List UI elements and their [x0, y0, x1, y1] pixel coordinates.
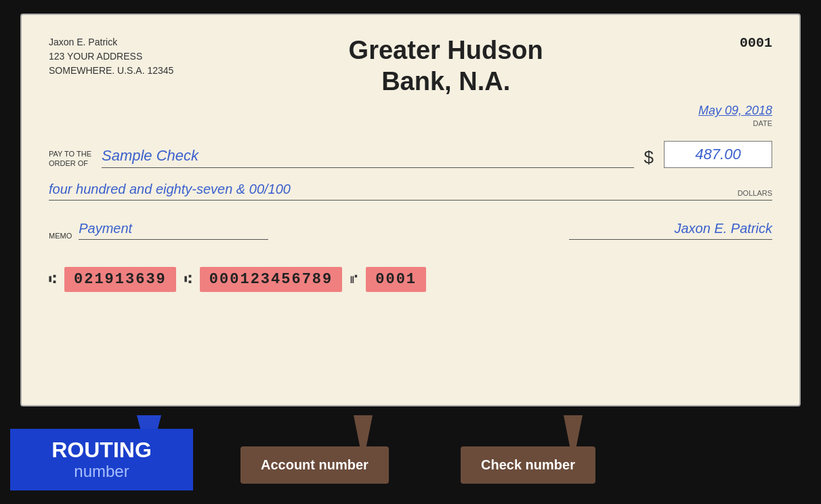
account-number-label: Account number — [240, 446, 389, 484]
written-amount-row: four hundred and eighty-seven & 00/100 D… — [49, 182, 772, 201]
written-amount: four hundred and eighty-seven & 00/100 — [49, 182, 291, 197]
memo-sig-row: MEMO Payment Jaxon E. Patrick — [49, 221, 772, 240]
pay-row: PAY TO THEORDER OF Sample Check $ 487.00 — [49, 141, 772, 168]
memo-label: MEMO — [49, 232, 72, 240]
date-row: May 09, 2018 DATE — [49, 104, 772, 127]
check-number-label: Check number — [461, 446, 595, 484]
check-header: Jaxon E. Patrick 123 YOUR ADDRESS SOMEWH… — [49, 35, 772, 97]
amount-box: 487.00 — [664, 141, 772, 168]
memo-value: Payment — [79, 221, 268, 240]
address-line1: 123 YOUR ADDRESS — [49, 49, 173, 64]
micr-row: ⑆ 021913639 ⑆ 000123456789 ⑈ 0001 — [49, 267, 772, 292]
account-number-micr: 000123456789 — [200, 267, 342, 292]
check-number-top: 0001 — [718, 35, 772, 51]
routing-number: 021913639 — [64, 267, 176, 292]
dollar-sign: $ — [644, 147, 654, 168]
routing-small-label: number — [25, 462, 178, 481]
date-label: DATE — [698, 119, 772, 127]
dollars-label: DOLLARS — [738, 189, 772, 197]
routing-big-label: ROUTING — [25, 438, 178, 462]
check: Jaxon E. Patrick 123 YOUR ADDRESS SOMEWH… — [20, 14, 801, 406]
address-block: Jaxon E. Patrick 123 YOUR ADDRESS SOMEWH… — [49, 35, 173, 78]
bank-name: Greater HudsonBank, N.A. — [187, 35, 704, 97]
payee-name: Sample Check — [102, 147, 634, 168]
pay-label: PAY TO THEORDER OF — [49, 149, 91, 169]
date-value: May 09, 2018 — [698, 104, 772, 118]
check-wrapper: Jaxon E. Patrick 123 YOUR ADDRESS SOMEWH… — [20, 14, 801, 406]
date-container: May 09, 2018 DATE — [698, 104, 772, 127]
micr-separator: ⑈ — [350, 273, 358, 287]
micr-symbol-left: ⑆ — [49, 273, 56, 287]
memo-section: MEMO Payment — [49, 221, 569, 240]
check-number-micr: 0001 — [366, 267, 426, 292]
micr-symbol-right: ⑆ — [184, 273, 192, 287]
routing-label: ROUTING number — [10, 429, 193, 490]
signature: Jaxon E. Patrick — [569, 221, 772, 240]
address-line2: SOMEWHERE. U.S.A. 12345 — [49, 64, 173, 78]
account-holder-name: Jaxon E. Patrick — [49, 35, 173, 49]
